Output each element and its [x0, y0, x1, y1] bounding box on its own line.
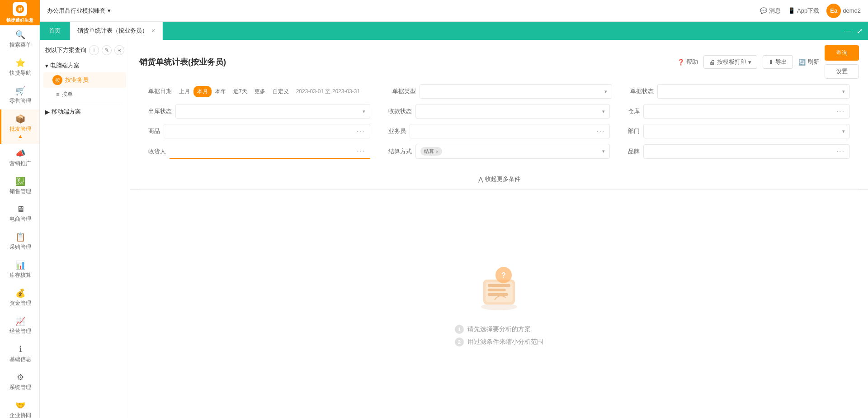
chevron-right-icon: ▶ — [45, 109, 50, 115]
svg-rect-6 — [488, 289, 506, 291]
sidebar-item-wholesale[interactable]: 📦 批发管理 ▲ — [0, 109, 39, 144]
header-left: 办公用品行业模拟账套 ▾ — [47, 7, 111, 15]
refresh-button[interactable]: 🔄 刷新 — [798, 58, 819, 66]
svg-text:?: ? — [501, 271, 506, 279]
template-print-button[interactable]: 🖨 按模板打印 ▾ — [703, 55, 757, 69]
dropdown-arrow-icon: ▾ — [748, 59, 751, 66]
step-num-1: 1 — [455, 325, 464, 334]
consignee-control[interactable]: ··· — [170, 144, 370, 159]
dept-control[interactable]: ▾ — [643, 124, 850, 138]
sidebar-item-operations[interactable]: 📈 经营管理 — [0, 312, 39, 340]
query-button[interactable]: 查询 — [825, 45, 859, 61]
tab-close-button[interactable]: × — [151, 27, 155, 34]
user-profile-button[interactable]: Ea demo2 — [826, 4, 861, 18]
product-control[interactable]: ··· — [164, 124, 370, 138]
settlement-label: 结算方式 — [388, 147, 412, 156]
sidebar-item-marketing[interactable]: 📣 营销推广 — [0, 144, 39, 172]
date-tab-last-month[interactable]: 上月 — [175, 86, 193, 97]
tab-actions: — ⤢ — [844, 27, 868, 35]
doc-status-control[interactable]: ▾ — [657, 84, 850, 99]
delivery-status-control[interactable]: ▾ — [175, 104, 370, 119]
chevron-down-icon: ▾ — [604, 89, 607, 95]
scheme-divider — [47, 103, 123, 103]
desktop-scheme-category[interactable]: ▾ 电脑端方案 — [43, 59, 126, 72]
tab-maximize-button[interactable]: ⤢ — [857, 27, 863, 35]
sidebar-item-search[interactable]: 🔍 搜索菜单 — [0, 25, 39, 53]
page-actions: ❓ 帮助 🖨 按模板打印 ▾ ⬇ 导出 🔄 — [677, 45, 859, 79]
settings-button[interactable]: 设置 — [825, 64, 859, 79]
sidebar-item-label: 库存核算 — [9, 271, 31, 279]
tab-active[interactable]: 销货单统计表（按业务员） × — [70, 22, 163, 40]
mobile-scheme-category[interactable]: ▶ 移动端方案 — [43, 105, 126, 119]
receipt-status-label: 收款状态 — [388, 107, 412, 115]
warehouse-label: 仓库 — [628, 107, 640, 115]
help-button[interactable]: ❓ 帮助 — [677, 58, 698, 66]
edit-scheme-button[interactable]: ✎ — [102, 45, 112, 55]
sidebar-item-shortcut[interactable]: ⭐ 快捷导航 — [0, 53, 39, 81]
collapse-button[interactable]: ⋀ 收起更多条件 — [471, 173, 528, 185]
doc-type-label: 单据类型 — [392, 87, 416, 95]
date-tab-custom[interactable]: 自定义 — [269, 86, 292, 97]
svg-text:财: 财 — [17, 7, 22, 12]
tab-home[interactable]: 首页 — [40, 22, 70, 40]
tab-minimize-button[interactable]: — — [844, 27, 851, 35]
tab-label: 销货单统计表（按业务员） — [77, 27, 148, 35]
sidebar-item-purchase[interactable]: 📋 采购管理 — [0, 228, 39, 256]
desktop-scheme-label: 电脑端方案 — [50, 62, 80, 70]
chevron-up-icon: ⋀ — [478, 176, 483, 183]
megaphone-icon: 📣 — [15, 148, 25, 158]
chevron-down-icon: ▾ — [842, 89, 845, 95]
panel-title: 按以下方案查询 — [45, 46, 86, 54]
sidebar-item-enterprise[interactable]: 🤝 企业协同 — [0, 396, 39, 418]
warehouse-control[interactable]: ··· — [643, 104, 850, 119]
staff-control[interactable]: ··· — [410, 124, 610, 138]
app-logo[interactable]: 财 畅捷通好生意 — [0, 0, 40, 25]
settlement-control[interactable]: 结算 × ▾ — [415, 144, 610, 159]
date-tabs: 上月 本月 本年 近7天 — [175, 86, 360, 97]
app-download-label: App下载 — [797, 7, 819, 15]
content-area: 按以下方案查询 + ✎ « ▾ 电脑端方案 — [40, 40, 868, 418]
doc-type-control[interactable]: ▾ — [420, 84, 612, 99]
sidebar-item-retail[interactable]: 🛒 零售管理 — [0, 81, 39, 109]
filter-row-3: 商品 ··· 业务员 ··· — [148, 124, 850, 138]
filter-receipt-status: 收款状态 ▾ — [388, 104, 610, 119]
panel-header: 按以下方案查询 + ✎ « — [40, 45, 130, 59]
mobile-scheme-label: 移动端方案 — [52, 108, 81, 116]
add-scheme-button[interactable]: + — [89, 45, 99, 55]
date-tab-this-year[interactable]: 本年 — [212, 86, 230, 97]
settlement-tag: 结算 × — [420, 147, 442, 156]
user-name: demo2 — [843, 7, 861, 14]
brand-control[interactable]: ··· — [643, 144, 850, 159]
gear-icon: ⚙ — [17, 372, 24, 382]
sidebar-item-system[interactable]: ⚙ 系统管理 — [0, 368, 39, 396]
sidebar-item-inventory[interactable]: 📊 库存核算 — [0, 256, 39, 284]
chevron-up-icon: ▲ — [18, 133, 23, 139]
empty-step-1: 1 请先选择要分析的方案 — [455, 325, 543, 334]
sidebar: 财 畅捷通好生意 🔍 搜索菜单 ⭐ 快捷导航 🛒 零售管理 📦 批发管理 ▲ 📣… — [0, 0, 40, 418]
sidebar-item-ecommerce[interactable]: 🖥 电商管理 — [0, 200, 39, 228]
date-tab-last7[interactable]: 近7天 — [230, 86, 251, 97]
industry-name: 办公用品行业模拟账套 — [47, 7, 106, 15]
export-icon: ⬇ — [769, 59, 774, 66]
app-download-button[interactable]: 📱 App下载 — [788, 7, 819, 15]
sidebar-item-basic[interactable]: ℹ 基础信息 — [0, 340, 39, 368]
remove-settlement-button[interactable]: × — [436, 149, 439, 154]
filter-brand: 品牌 ··· — [628, 144, 850, 159]
message-button[interactable]: 💬 消息 — [760, 7, 781, 15]
sidebar-item-sales[interactable]: 💹 销售管理 — [0, 172, 39, 200]
receipt-status-control[interactable]: ▾ — [415, 104, 610, 119]
sidebar-item-finance[interactable]: 💰 资金管理 — [0, 284, 39, 312]
date-tab-this-month[interactable]: 本月 — [193, 86, 212, 97]
collapse-icon: « — [118, 47, 121, 53]
export-button[interactable]: ⬇ 导出 — [763, 55, 793, 69]
sidebar-item-label: 经营管理 — [9, 328, 31, 335]
collapse-panel-button[interactable]: « — [114, 45, 124, 55]
help-icon: ❓ — [677, 59, 684, 66]
sub-scheme-item-by-order[interactable]: ≡ 按单 — [43, 88, 126, 101]
dept-label: 部门 — [628, 127, 640, 135]
date-tab-more[interactable]: 更多 — [251, 86, 269, 97]
industry-selector[interactable]: 办公用品行业模拟账套 ▾ — [47, 7, 111, 15]
handshake-icon: 🤝 — [15, 400, 25, 410]
header-right: 💬 消息 📱 App下载 Ea demo2 — [760, 4, 861, 18]
scheme-item-by-staff[interactable]: 按 按业务员 — [43, 72, 126, 88]
